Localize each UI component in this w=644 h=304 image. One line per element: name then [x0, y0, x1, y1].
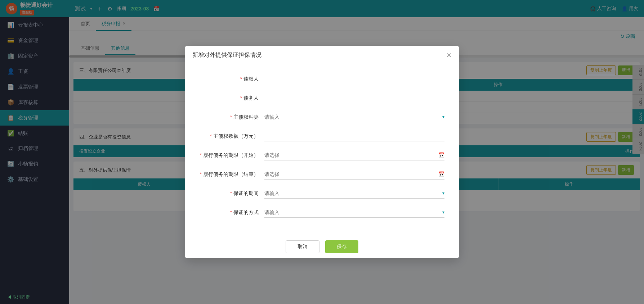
label-guarantee-period: * 保证的期间 [200, 190, 264, 197]
form-row-debt-amount: * 主债权数额（万元） [200, 131, 444, 141]
chevron-down-icon: ▾ [442, 114, 444, 119]
form-row-debtor: * 债务人 [200, 93, 444, 103]
input-debtor[interactable] [264, 93, 444, 103]
label-period-start: * 履行债务的期限（开始） [200, 152, 264, 159]
date-period-end[interactable]: 📅 [264, 169, 444, 180]
form-row-debt-type: * 主债权种类 ▾ [200, 112, 444, 122]
calendar-end-icon[interactable]: 📅 [438, 171, 444, 177]
label-guarantee-method: * 保证的方式 [200, 209, 264, 216]
label-debtor: * 债务人 [200, 95, 264, 101]
input-period-end[interactable] [264, 171, 438, 177]
form-row-guarantee-method: * 保证的方式 ▾ [200, 207, 444, 218]
modal-body: * 债权人 * 债务人 * 主债权种类 [185, 65, 459, 235]
select-debt-type[interactable]: ▾ [264, 112, 444, 122]
form-row-creditor: * 债权人 [200, 74, 444, 84]
label-creditor: * 债权人 [200, 76, 264, 82]
input-debt-amount[interactable] [264, 131, 444, 141]
select-guarantee-period[interactable]: ▾ [264, 188, 444, 199]
chevron-down-icon-3: ▾ [442, 210, 444, 215]
input-guarantee-period[interactable] [264, 190, 442, 196]
input-period-start[interactable] [264, 152, 438, 158]
modal-title: 新增对外提供保证担保情况 [192, 51, 261, 59]
label-debt-type: * 主债权种类 [200, 114, 264, 121]
form-row-period-start: * 履行债务的期限（开始） 📅 [200, 150, 444, 160]
select-guarantee-method[interactable]: ▾ [264, 207, 444, 218]
form-row-guarantee-period: * 保证的期间 ▾ [200, 188, 444, 199]
modal: 新增对外提供保证担保情况 ✕ * 债权人 * 债务人 [185, 46, 459, 258]
modal-footer: 取消 保存 [185, 235, 459, 258]
form-row-period-end: * 履行债务的期限（结束） 📅 [200, 169, 444, 180]
modal-close-button[interactable]: ✕ [446, 52, 452, 59]
save-button[interactable]: 保存 [325, 240, 358, 253]
calendar-start-icon[interactable]: 📅 [438, 152, 444, 158]
chevron-down-icon-2: ▾ [442, 191, 444, 196]
modal-overlay[interactable]: 新增对外提供保证担保情况 ✕ * 债权人 * 债务人 [0, 0, 644, 304]
cancel-button[interactable]: 取消 [286, 240, 319, 253]
modal-header: 新增对外提供保证担保情况 ✕ [185, 46, 459, 65]
input-creditor[interactable] [264, 74, 444, 84]
input-guarantee-method[interactable] [264, 209, 442, 215]
label-period-end: * 履行债务的期限（结束） [200, 171, 264, 178]
date-period-start[interactable]: 📅 [264, 150, 444, 160]
input-debt-type[interactable] [264, 114, 442, 120]
label-debt-amount: * 主债权数额（万元） [200, 133, 264, 140]
